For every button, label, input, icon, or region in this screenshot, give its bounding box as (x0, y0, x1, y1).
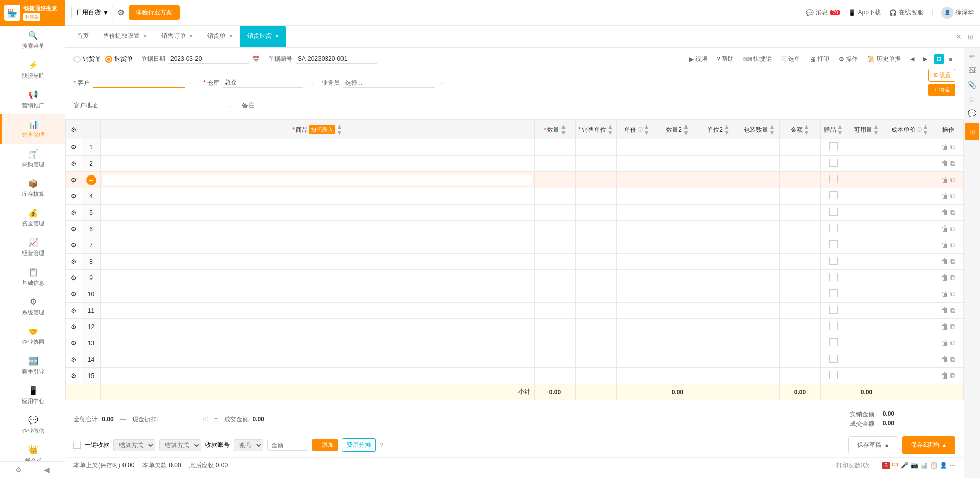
gift-cell-15[interactable] (821, 368, 846, 384)
gift-cell-6[interactable] (821, 221, 846, 237)
pkg-cell-14[interactable] (739, 351, 780, 368)
unit-cell-12[interactable] (576, 319, 617, 335)
copy-icon-13[interactable]: ⧉ (950, 339, 955, 347)
gift-cell-12[interactable] (821, 319, 846, 335)
price-cell-10[interactable] (617, 286, 657, 303)
available-cell-3[interactable] (846, 172, 887, 188)
payment-help-icon[interactable]: ? (380, 442, 383, 449)
amount-cell-11[interactable] (780, 303, 821, 319)
copy-icon-6[interactable]: ⧉ (950, 224, 955, 233)
sidebar-item-operations[interactable]: 📈经营管理 (0, 233, 65, 262)
gift-checkbox-3[interactable] (829, 175, 838, 183)
amount-cell-9[interactable] (780, 270, 821, 286)
discount-info-icon[interactable]: ⓘ (203, 416, 208, 423)
unit2-cell-14[interactable] (698, 351, 739, 368)
pkg-cell-15[interactable] (739, 368, 780, 384)
cost-cell-5[interactable] (887, 205, 933, 221)
row-settings-14[interactable]: ⚙ (66, 351, 82, 368)
qty2-cell-15[interactable] (657, 368, 698, 384)
message-btn[interactable]: 💬 消息 70 (806, 8, 840, 17)
row-settings-2[interactable]: ⚙ (66, 156, 82, 172)
row-settings-3[interactable]: ⚙ (66, 172, 82, 188)
unit-cell-15[interactable] (576, 368, 617, 384)
copy-icon-14[interactable]: ⧉ (950, 355, 955, 364)
row-settings-7[interactable]: ⚙ (66, 237, 82, 254)
qty-cell-3[interactable] (535, 172, 576, 188)
gift-cell-1[interactable] (821, 139, 846, 156)
price-cell-13[interactable] (617, 335, 657, 351)
gift-checkbox-4[interactable] (829, 191, 838, 199)
save-draft-btn[interactable]: 保存草稿 ▲ (848, 436, 898, 454)
product-cell-6[interactable] (101, 221, 535, 237)
settings-side-btn[interactable]: ⚙ 设置 (928, 69, 955, 82)
delete-icon-11[interactable]: 🗑 (941, 306, 948, 315)
cost-info-icon[interactable]: ⓘ (917, 126, 922, 133)
qty2-cell-10[interactable] (657, 286, 698, 303)
copy-icon-15[interactable]: ⧉ (950, 371, 955, 380)
product-cell-13[interactable] (101, 335, 535, 351)
qty2-cell-8[interactable] (657, 254, 698, 270)
unit2-cell-15[interactable] (698, 368, 739, 384)
scan-input-btn[interactable]: 扫码录入 (309, 125, 335, 134)
cost-cell-6[interactable] (887, 221, 933, 237)
payment-amount-input[interactable] (267, 440, 308, 451)
delete-icon-5[interactable]: 🗑 (941, 208, 948, 217)
cost-cell-7[interactable] (887, 237, 933, 254)
copy-icon-11[interactable]: ⧉ (950, 306, 955, 315)
qty2-cell-13[interactable] (657, 335, 698, 351)
cost-cell-1[interactable] (887, 139, 933, 156)
shortcut-btn[interactable]: ⌨ 快捷键 (740, 53, 775, 65)
price-cell-14[interactable] (617, 351, 657, 368)
delete-icon-13[interactable]: 🗑 (941, 339, 948, 347)
row-settings-10[interactable]: ⚙ (66, 286, 82, 303)
customer-input[interactable] (93, 78, 185, 88)
price-cell-6[interactable] (617, 221, 657, 237)
price-info-icon[interactable]: ⓘ (638, 126, 643, 133)
copy-icon-3[interactable]: ⧉ (950, 175, 955, 184)
qty-cell-7[interactable] (535, 237, 576, 254)
delete-icon-15[interactable]: 🗑 (941, 371, 948, 380)
unit-cell-3[interactable] (576, 172, 617, 188)
qty-cell-9[interactable] (535, 270, 576, 286)
available-cell-1[interactable] (846, 139, 887, 156)
pkg-cell-10[interactable] (739, 286, 780, 303)
sidebar-item-finance[interactable]: 💰资金管理 (0, 203, 65, 233)
unit2-cell-12[interactable] (698, 319, 739, 335)
address-input[interactable] (101, 100, 224, 110)
price-cell-2[interactable] (617, 156, 657, 172)
cost-cell-3[interactable] (887, 172, 933, 188)
unit-cell-1[interactable] (576, 139, 617, 156)
pkg-cell-1[interactable] (739, 139, 780, 156)
rfp-star[interactable]: ☆ (969, 95, 975, 103)
cost-cell-8[interactable] (887, 254, 933, 270)
row-settings-4[interactable]: ⚙ (66, 188, 82, 205)
product-cell-2[interactable] (101, 156, 535, 172)
gift-checkbox-14[interactable] (829, 355, 838, 363)
tab-close-all-btn[interactable]: ✕ (953, 31, 964, 43)
account-select[interactable]: 账号 (234, 439, 263, 451)
sidebar-settings-btn[interactable]: ⚙ (15, 466, 22, 474)
qty2-cell-14[interactable] (657, 351, 698, 368)
nav-prev-btn[interactable]: ◀ (907, 54, 917, 64)
tab-sales-return[interactable]: 销货退货✕ (240, 26, 286, 47)
copy-icon-2[interactable]: ⧉ (950, 159, 955, 168)
product-cell-1[interactable] (101, 139, 535, 156)
more-icon[interactable]: ⋯ (949, 462, 955, 469)
qty-cell-6[interactable] (535, 221, 576, 237)
table-icon[interactable]: 📋 (930, 462, 938, 469)
price-cell-8[interactable] (617, 254, 657, 270)
product-cell-5[interactable] (101, 205, 535, 221)
product-cell-11[interactable] (101, 303, 535, 319)
pkg-cell-3[interactable] (739, 172, 780, 188)
sidebar-item-shortcut[interactable]: ⚡快捷导航 (0, 55, 65, 85)
copy-icon-1[interactable]: ⧉ (950, 143, 955, 152)
price-cell-1[interactable] (617, 139, 657, 156)
product-cell-7[interactable] (101, 237, 535, 254)
qty2-cell-6[interactable] (657, 221, 698, 237)
sidebar-item-search[interactable]: 🔍搜索菜单 (0, 26, 65, 55)
sidebar-item-member[interactable]: 👑畅会员 (0, 440, 65, 461)
row-settings-11[interactable]: ⚙ (66, 303, 82, 319)
gift-cell-10[interactable] (821, 286, 846, 303)
sidebar-item-system[interactable]: ⚙系统管理 (0, 292, 65, 321)
sidebar-item-marketing[interactable]: 📢营销推广 (0, 85, 65, 114)
